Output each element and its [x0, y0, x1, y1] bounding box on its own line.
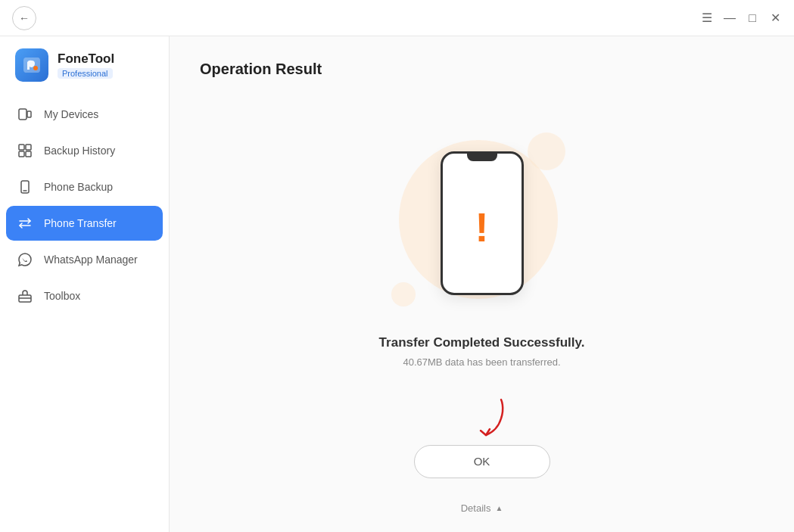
main-layout: FoneTool Professional My Devices — [0, 36, 794, 532]
svg-rect-3 — [19, 145, 24, 150]
sidebar-label-backup-history: Backup History — [44, 145, 115, 157]
sidebar-item-toolbox[interactable]: Toolbox — [6, 278, 163, 313]
sidebar-label-whatsapp-manager: WhatsApp Manager — [44, 254, 138, 266]
phone-backup-icon — [17, 179, 33, 195]
sidebar-logo: FoneTool Professional — [0, 48, 169, 97]
title-bar-controls: ☰ — □ ✕ — [700, 11, 782, 25]
svg-rect-5 — [19, 151, 24, 157]
phone-illustration: ! — [384, 132, 581, 314]
phone-notch — [467, 154, 497, 161]
details-caret-icon: ▲ — [495, 504, 503, 512]
menu-icon[interactable]: ☰ — [700, 11, 714, 25]
sidebar-item-phone-transfer[interactable]: Phone Transfer — [6, 206, 163, 241]
logo-name: FoneTool — [58, 51, 114, 67]
backup-icon — [17, 142, 33, 159]
sidebar-label-my-devices: My Devices — [44, 108, 98, 120]
logo-badge: Professional — [58, 68, 113, 79]
svg-rect-2 — [27, 111, 31, 117]
sidebar-nav: My Devices Backup History — [0, 97, 169, 313]
arrow-svg — [452, 396, 512, 437]
arrow-container — [452, 392, 512, 437]
title-bar-left: ← — [12, 6, 36, 30]
close-button[interactable]: ✕ — [768, 11, 782, 25]
svg-point-0 — [33, 66, 38, 70]
sidebar-label-phone-backup: Phone Backup — [44, 181, 113, 193]
transfer-icon — [17, 215, 33, 232]
page-title: Operation Result — [200, 61, 764, 78]
device-icon — [17, 106, 33, 123]
bg-circle-small-bottom — [391, 282, 416, 306]
svg-rect-1 — [19, 109, 26, 120]
sidebar-item-backup-history[interactable]: Backup History — [6, 133, 163, 168]
bg-circle-small-top — [528, 132, 565, 170]
whatsapp-icon — [17, 251, 33, 268]
toolbox-icon — [17, 288, 33, 304]
back-button[interactable]: ← — [12, 6, 36, 30]
ok-button[interactable]: OK — [414, 445, 550, 478]
status-title: Transfer Completed Successfully. — [379, 335, 585, 350]
svg-rect-6 — [26, 151, 31, 157]
logo-icon — [15, 48, 48, 82]
maximize-button[interactable]: □ — [746, 11, 759, 25]
result-area: ! Transfer Completed Successfully. 40.67… — [200, 102, 764, 508]
details-label: Details — [461, 502, 491, 514]
status-subtitle: 40.67MB data has been transferred. — [403, 356, 560, 368]
logo-text: FoneTool Professional — [58, 51, 114, 79]
sidebar-item-my-devices[interactable]: My Devices — [6, 97, 163, 132]
sidebar-item-phone-backup[interactable]: Phone Backup — [6, 170, 163, 204]
phone-device: ! — [441, 151, 524, 295]
svg-rect-4 — [26, 145, 31, 150]
phone-exclamation-icon: ! — [475, 207, 489, 247]
title-bar: ← ☰ — □ ✕ — [0, 0, 794, 36]
content-area: Operation Result ! Transfer Completed Su… — [170, 36, 794, 532]
minimize-button[interactable]: — — [723, 11, 736, 25]
sidebar-label-toolbox: Toolbox — [44, 290, 80, 302]
sidebar-label-phone-transfer: Phone Transfer — [44, 217, 117, 229]
sidebar-item-whatsapp-manager[interactable]: WhatsApp Manager — [6, 242, 163, 277]
details-row[interactable]: Details ▲ — [461, 502, 503, 514]
sidebar: FoneTool Professional My Devices — [0, 36, 170, 532]
